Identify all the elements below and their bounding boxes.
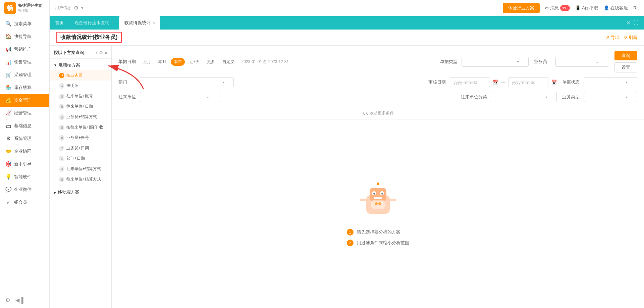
filter-row-1: 单据日期 上月 本月 本年 近7天 更多 自定义 2023-01-01 至 20… xyxy=(118,51,637,72)
sidebar-item-basicinfo-label: 基础信息 xyxy=(14,123,32,129)
scheme-add-icon[interactable]: + xyxy=(95,50,98,55)
tab-bank-close-icon[interactable]: × xyxy=(111,20,114,25)
reviewdate-start-calendar-icon[interactable]: 📅 xyxy=(493,80,498,85)
filter-docstatus-select[interactable]: ▾ xyxy=(584,77,637,87)
sidebar-item-member[interactable]: ✓ 畅会员 xyxy=(0,196,49,209)
sidebar-nav: 🔍 搜索菜单 🏠 快捷导航 📢 营销推广 📊 销售管理 🛒 采购管理 🏪 库存核… xyxy=(0,16,49,292)
scheme-item-salesperson-date[interactable]: ⊙ 业务员+日期 xyxy=(50,143,111,153)
tab-expand-icon[interactable]: ⛶ xyxy=(633,20,639,26)
header-dropdown-icon[interactable]: ▾ xyxy=(81,5,84,10)
purchase-icon: 🛒 xyxy=(5,72,11,78)
sidebar-item-search[interactable]: 🔍 搜索菜单 xyxy=(0,17,49,30)
step-1-text: 请先选择要分析的方案 xyxy=(357,229,400,235)
svg-rect-9 xyxy=(360,199,366,201)
filter-counterparty-select[interactable]: ··· xyxy=(140,92,220,102)
filter-item-doctype: 单据类型 ▾ xyxy=(440,57,529,67)
trial-button[interactable]: 体验行业方案 xyxy=(503,3,540,13)
header-left: 用户信息 ⚙ ▾ xyxy=(55,5,499,11)
sidebar-item-guide[interactable]: 🎯 新手引导 xyxy=(0,158,49,170)
scheme-item-salesperson[interactable]: ↺ 按业务员 xyxy=(50,70,111,81)
filter-biztype-select[interactable]: ▾ xyxy=(584,92,637,102)
collapse-bar[interactable]: ∧∧ 收起更多条件 xyxy=(118,107,637,119)
tab-collection[interactable]: 收款情况统计 × xyxy=(119,16,160,30)
scheme-section-desktop-header[interactable]: ▼ 电脑端方案 xyxy=(50,60,111,70)
sidebar-item-inventory-label: 库存核算 xyxy=(14,85,32,91)
filter-cpcategory-select[interactable]: ▾ xyxy=(490,92,557,102)
sidebar-item-marketing[interactable]: 📢 营销推广 xyxy=(0,43,49,56)
scheme-item-salesperson-payment[interactable]: ▥ 业务员+结算方式 xyxy=(50,112,111,122)
sidebar-item-enterprise[interactable]: 🤝 企业协同 xyxy=(0,145,49,158)
date-tab-custom[interactable]: 自定义 xyxy=(219,58,237,66)
user-avatar[interactable]: Rit xyxy=(633,5,639,10)
filter-item-salesperson: 业务员 ··· xyxy=(534,57,609,67)
scheme-item-dept-date[interactable]: ⊙ 部门+日期 xyxy=(50,153,111,164)
settings-bottom-icon[interactable]: ⚙ xyxy=(5,297,10,303)
scheme-item-cpp2-label: 往来单位+结算方式 xyxy=(66,176,101,182)
app-download-btn[interactable]: 📱 App下载 xyxy=(575,5,598,11)
sidebar-item-sales-label: 销售管理 xyxy=(14,59,32,65)
tab-home[interactable]: 首页 xyxy=(50,16,69,30)
scheme-item-counterparty-dept[interactable]: ▦ 按往来单位+部门+收... xyxy=(50,122,111,133)
scheme-item-cp-payment2[interactable]: ▦ 往来单位+结算方式 xyxy=(50,174,111,185)
filter-reviewdate-start[interactable]: yyyy-mm-dd xyxy=(450,77,490,87)
reviewdate-end-calendar-icon[interactable]: 📅 xyxy=(551,80,557,85)
sidebar-item-inventory[interactable]: 🏪 库存核算 xyxy=(0,81,49,94)
query-button[interactable]: 查询 xyxy=(614,51,637,60)
tab-bank[interactable]: 现金银行流水查询 × xyxy=(69,16,119,30)
tab-close-all-icon[interactable]: ✕ xyxy=(626,20,631,26)
date-tab-lastmonth[interactable]: 上月 xyxy=(140,58,154,66)
right-panel: 单据日期 上月 本月 本年 近7天 更多 自定义 2023-01-01 至 20… xyxy=(112,46,644,308)
empty-area: 1 请先选择要分析的方案 2 用过滤条件来缩小分析范围 xyxy=(112,120,644,308)
empty-steps: 1 请先选择要分析的方案 2 用过滤条件来缩小分析范围 xyxy=(347,229,409,246)
filter-salesperson-select[interactable]: ··· xyxy=(555,57,609,67)
scheme-section-mobile-header[interactable]: ▶ 移动端方案 xyxy=(50,187,111,197)
sidebar-item-search-label: 搜索菜单 xyxy=(14,21,32,27)
sidebar-item-system[interactable]: ⚙ 系统管理 xyxy=(0,132,49,145)
refresh-button[interactable]: ↺ 刷新 xyxy=(624,35,637,41)
sidebar-item-hardware[interactable]: 💡 智能硬件 xyxy=(0,170,49,183)
sidebar-item-operations[interactable]: 📈 经营管理 xyxy=(0,107,49,119)
quicknav-icon: 🏠 xyxy=(5,34,11,40)
scheme-item-sa-label: 业务员+账号 xyxy=(66,135,89,141)
counterparty-more-icon[interactable]: ··· xyxy=(207,95,211,100)
collapse-sidebar-icon[interactable]: ◀▐ xyxy=(15,297,23,303)
date-tab-thisyear[interactable]: 本年 xyxy=(171,58,185,66)
filter-reviewdate-end[interactable]: yyyy-mm-dd xyxy=(508,77,548,87)
sidebar-item-finance[interactable]: 💰 资金管理 xyxy=(0,94,49,107)
sidebar-item-sales[interactable]: 📊 销售管理 xyxy=(0,56,49,68)
filter-row-2: 部门 ▾ 审核日期 yyyy-mm-dd 📅 — xyxy=(118,77,637,87)
sidebar-item-basicinfo[interactable]: 🗃 基础信息 xyxy=(0,119,49,132)
date-tab-last7days[interactable]: 近7天 xyxy=(186,58,203,66)
scheme-item-counterparty-date[interactable]: ▦ 往来单位+日期 xyxy=(50,101,111,112)
header-gear-icon[interactable]: ⚙ xyxy=(74,5,78,11)
scheme-item-salesperson-account[interactable]: ▦ 业务员+账号 xyxy=(50,133,111,143)
wechat-icon: 💬 xyxy=(5,187,11,193)
scheme-collapse-icon[interactable]: « xyxy=(105,50,107,55)
finance-icon: 💰 xyxy=(5,97,11,103)
filter-reviewdate-label: 审核日期 xyxy=(428,79,447,85)
logo-text-group: 畅捷通好生意 标准版 xyxy=(18,3,42,13)
export-button[interactable]: ↗ 导出 xyxy=(606,35,620,41)
scheme-item-cp-payment1[interactable]: ⚙ 往来单位+结算方式 xyxy=(50,164,111,174)
sidebar-item-wechat[interactable]: 💬 企业微信 xyxy=(0,183,49,196)
filter-date-dash: — xyxy=(501,80,505,85)
online-service-btn[interactable]: 👤 在线客服 xyxy=(604,5,628,11)
filter-doctype-select[interactable]: ▾ xyxy=(462,57,529,67)
scheme-settings-icon[interactable]: ⚙ xyxy=(99,50,103,55)
sidebar-item-purchase[interactable]: 🛒 采购管理 xyxy=(0,68,49,81)
page-header-actions: ↗ 导出 ↺ 刷新 xyxy=(606,35,637,41)
message-btn[interactable]: ✉ 消息 99+ xyxy=(545,5,570,11)
scheme-item-cpd-icon: ▦ xyxy=(59,104,64,109)
sidebar-item-quicknav[interactable]: 🏠 快捷导航 xyxy=(0,30,49,43)
date-tab-more[interactable]: 更多 xyxy=(204,58,218,66)
collapse-up-icon: ∧∧ xyxy=(362,111,368,116)
filter-dept-select[interactable]: ▾ xyxy=(140,77,234,87)
scheme-item-counterparty-account[interactable]: ▦ 往来单位+账号 xyxy=(50,91,111,101)
salesperson-more-icon[interactable]: ··· xyxy=(596,59,599,64)
tab-collection-close-icon[interactable]: × xyxy=(153,20,155,25)
settings-button[interactable]: 设置 xyxy=(614,62,637,72)
tab-bar: 首页 现金银行流水查询 × 收款情况统计 × ✕ ⛶ xyxy=(50,16,644,30)
scheme-item-detail[interactable]: ⚙ 按明细 xyxy=(50,81,111,91)
date-tab-thismonth[interactable]: 本月 xyxy=(155,58,169,66)
page-header: 收款情况统计(按业务员) ↗ 导出 ↺ 刷新 xyxy=(50,30,644,46)
